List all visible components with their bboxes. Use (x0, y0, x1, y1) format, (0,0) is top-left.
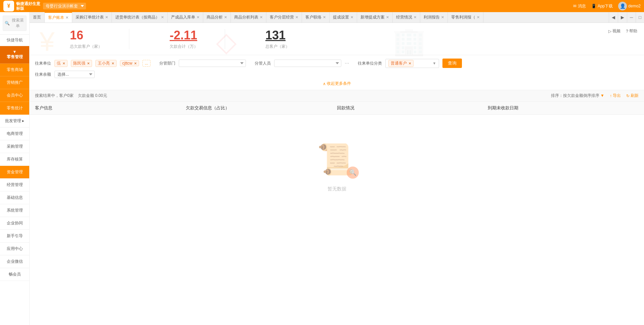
app-download-btn[interactable]: 📱 App下载 (591, 3, 613, 9)
sidebar-item-operation[interactable]: 经营管理 (0, 179, 29, 191)
tab-prev-btn[interactable]: ◀ (609, 12, 618, 23)
edition-selector[interactable]: 母婴行业演示帐套 (43, 3, 86, 9)
table-container: 客户信息 欠款交易信息（占比） 回款情况 到期未收款日期 📜 🔍 (30, 102, 644, 325)
category-dropdown-icon: ▼ (432, 61, 436, 65)
close-tab-inbound[interactable]: ✕ (161, 15, 164, 20)
stat-group-1: 16 总欠款客户（家） (36, 28, 116, 49)
sidebar-item-collab[interactable]: 企业协同 (0, 217, 29, 230)
unit-tag-3: 王小亮✕ (95, 60, 117, 67)
help-buttons: ▷ 视频 ? 帮助 (608, 28, 637, 34)
collapse-btn[interactable]: ∧ 收起更多条件 (323, 81, 351, 86)
video-btn[interactable]: ▷ 视频 (608, 28, 620, 34)
tab-operation[interactable]: 经营情况 ✕ (393, 12, 420, 23)
results-bar: 搜索结果中，客户0家 欠款金额 0.00元 排序：按欠款金额倒序排序 ▼ ↑ 导… (30, 90, 644, 102)
person-select[interactable] (274, 60, 341, 67)
tab-minimize-btn[interactable]: ─ (627, 12, 636, 23)
sidebar-item-purchase[interactable]: 采购管理 (0, 140, 29, 153)
close-tab-product[interactable]: ✕ (197, 15, 200, 20)
export-label: 导出 (613, 93, 621, 99)
close-tab-product-list[interactable]: ✕ (260, 15, 263, 20)
person-more-btn[interactable]: ··· (345, 60, 349, 66)
search-btn[interactable]: 查询 (442, 59, 462, 68)
tab-customer-contact[interactable]: 客户联络 ✕ (302, 12, 330, 23)
close-tab-profit[interactable]: ✕ (441, 15, 444, 20)
app-wrapper: ¥ 畅捷通好生意 标版 母婴行业演示帐套 ✉ 消息 📱 App下载 (0, 0, 644, 325)
close-tab-contact[interactable]: ✕ (323, 15, 326, 20)
results-summary-text: 搜索结果中，客户0家 (35, 93, 74, 98)
sidebar-item-wholesale[interactable]: 批发管理 ▸ (0, 115, 29, 128)
close-tab-analysis[interactable]: ✕ (224, 15, 227, 20)
tab-product-inbound[interactable]: 产成品入库单 ✕ (168, 12, 203, 23)
sidebar-item-inventory[interactable]: 库存核算 (0, 153, 29, 166)
user-menu[interactable]: 👤 demo2 (618, 2, 641, 10)
sidebar-item-member[interactable]: 会员中心 (0, 89, 29, 102)
tab-next-btn[interactable]: ▶ (618, 12, 627, 23)
tab-maximize-btn[interactable]: □ (636, 12, 644, 23)
filter-bar: 往来单位 伍✕ 陈民强✕ 王小亮✕ cjttcw✕ ... 分管部门 分管人员 (30, 55, 644, 90)
quick-nav-btn[interactable]: 快捷导航 (0, 35, 29, 46)
category-label: 往来单位分类 (358, 61, 382, 66)
tab-product-list[interactable]: 商品分析列表 ✕ (231, 12, 266, 23)
close-tab-layer[interactable]: ✕ (295, 15, 298, 20)
tab-bar: 首页 客户账本 ✕ 采购订单统计表 ✕ 进货单统计表（按商品） ✕ 产成品入库单… (30, 12, 644, 23)
sidebar-item-changhui[interactable]: 畅会员 (0, 268, 29, 281)
top-bar-right: ✉ 消息 📱 App下载 👤 demo2 (573, 2, 641, 10)
sidebar-item-system[interactable]: 系统管理 (0, 204, 29, 217)
stat3-bg-icon: 🏢 (392, 26, 426, 57)
close-tab-purchase[interactable]: ✕ (105, 15, 108, 20)
message-btn[interactable]: ✉ 消息 (573, 3, 586, 9)
stat1-value: 16 (70, 28, 83, 42)
close-tab-operation[interactable]: ✕ (414, 15, 417, 20)
sort-label: 排序：按欠款金额倒序排序 ▼ (551, 93, 604, 99)
top-bar-left: ¥ 畅捷通好生意 标版 母婴行业演示帐套 (3, 1, 86, 11)
remove-tag-2[interactable]: ✕ (87, 62, 90, 65)
help-btn[interactable]: ? 帮助 (626, 28, 637, 34)
logo-symbol: ¥ (7, 3, 10, 9)
search-menu-btn[interactable]: 🔍 搜索菜单 (3, 15, 27, 31)
sidebar-item-marketing[interactable]: 营销推广 (0, 76, 29, 89)
sidebar-item-finance[interactable]: 资金管理 (0, 166, 29, 179)
refresh-btn[interactable]: ↻ 刷新 (626, 93, 639, 99)
tab-commission-setting[interactable]: 提成设置 ✕ (330, 12, 357, 23)
tab-customer-layer[interactable]: 客户分层经营 ✕ (266, 12, 302, 23)
sidebar-item-newbie[interactable]: 新手引导 (0, 230, 29, 243)
unit-tag-2: 陈民强✕ (71, 60, 92, 67)
sidebar-item-ecommerce[interactable]: 电商管理 (0, 128, 29, 140)
remove-tag-1[interactable]: ✕ (62, 62, 65, 65)
tab-product-analysis[interactable]: 商品分析 ✕ (203, 12, 231, 23)
top-bar: ¥ 畅捷通好生意 标版 母婴行业演示帐套 ✉ 消息 📱 App下载 (0, 0, 644, 12)
export-btn[interactable]: ↑ 导出 (610, 93, 621, 99)
collapse-label: 收起更多条件 (327, 81, 351, 86)
empty-text: 暂无数据 (328, 186, 346, 192)
sidebar-item-wechat[interactable]: 企业微信 (0, 255, 29, 268)
close-tab-customer[interactable]: ✕ (66, 15, 69, 20)
more-tags-btn[interactable]: ... (142, 60, 151, 67)
sidebar: 🔍 搜索菜单 快捷导航 ▼ 零售管理 零售商城 营销推广 (0, 12, 30, 325)
dept-select[interactable] (179, 60, 246, 67)
remove-category[interactable]: ✕ (409, 62, 411, 65)
sidebar-item-basic-info[interactable]: 基础信息 (0, 191, 29, 204)
tab-customer-account[interactable]: 客户账本 ✕ (45, 12, 72, 23)
video-icon: ▷ (608, 29, 611, 34)
category-selector[interactable]: 普通客户✕ ▼ (385, 59, 439, 68)
logo-area: ¥ 畅捷通好生意 标版 (3, 1, 40, 11)
avatar: 👤 (618, 2, 627, 10)
close-tab-retail[interactable]: ✕ (477, 15, 480, 20)
tab-new-commission[interactable]: 新增提成方案 ✕ (357, 12, 393, 23)
person-label: 分管人员 (255, 61, 271, 66)
category-tag: 普通客户✕ (388, 60, 414, 67)
sidebar-item-retail-stats[interactable]: 零售统计 (0, 102, 29, 115)
tab-purchase-stats[interactable]: 采购订单统计表 ✕ (72, 12, 112, 23)
tab-inbound-stats[interactable]: 进货单统计表（按商品） ✕ (112, 12, 168, 23)
remove-tag-4[interactable]: ✕ (134, 62, 137, 65)
tab-retail-profit[interactable]: 零售利润报（ ✕ (448, 12, 483, 23)
sidebar-item-app-center[interactable]: 应用中心 (0, 243, 29, 255)
remove-tag-3[interactable]: ✕ (112, 62, 114, 65)
sidebar-item-retail-mgmt[interactable]: ▼ 零售管理 (0, 46, 29, 64)
sidebar-item-retail-mall[interactable]: 零售商城 (0, 64, 29, 76)
close-tab-new-commission[interactable]: ✕ (386, 15, 389, 20)
balance-select[interactable]: 选择... (54, 71, 95, 78)
tab-home[interactable]: 首页 (30, 12, 45, 23)
close-tab-commission[interactable]: ✕ (350, 15, 353, 20)
tab-profit-report[interactable]: 利润报告 ✕ (420, 12, 448, 23)
